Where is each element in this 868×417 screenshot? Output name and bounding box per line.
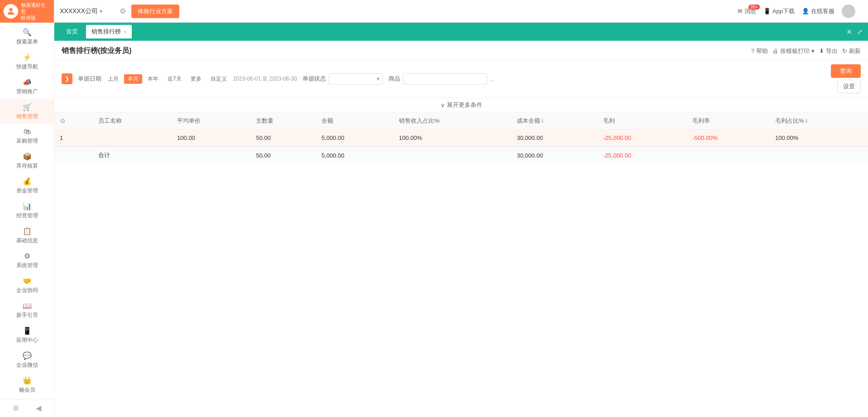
operations-icon: 📊 [23,202,32,211]
th-amount: 全额 [316,112,393,130]
date-options: 上月 本月 本年 近7天 更多 自定义 [104,74,230,84]
help-btn[interactable]: ? 帮助 [751,47,768,55]
date-opt-custom[interactable]: 自定义 [207,74,230,84]
tab-maximize-icon[interactable]: ⤢ [857,28,863,36]
export-btn[interactable]: ⬇ 导出 [819,47,838,55]
date-opt-7days[interactable]: 近7天 [164,74,185,84]
message-icon: ✉ [738,8,743,14]
sidebar-item-label: 企业协同 [16,287,38,294]
help-label: 帮助 [756,47,768,55]
sidebar-item-appstore[interactable]: 📱 应用中心 [0,323,54,348]
th-sales-ratio: 销售收入占比% [393,112,511,130]
message-btn[interactable]: ✉ 消息 99+ [738,7,756,15]
status-select[interactable] [329,73,383,85]
weixin-icon: 💬 [23,351,32,360]
gross-ratio-info-icon[interactable]: ℹ [806,118,807,124]
sidebar-item-label: 采购管理 [16,137,38,145]
topbar-settings-icon[interactable]: ⚙ [120,7,126,15]
th-gross-rate: 毛利率 [687,112,770,130]
sidebar-footer: ⚙ ◀ [0,399,54,417]
filter-bar: ❯ 单据日期 上月 本月 本年 近7天 更多 自定义 2023-06-01 至 … [54,60,868,98]
filter-collapse-btn[interactable]: ❯ [62,73,72,84]
date-opt-this-month[interactable]: 本月 [124,74,142,84]
online-service-btn[interactable]: 👤 在线客服 [802,7,834,15]
date-opt-last-month[interactable]: 上月 [104,74,122,84]
sidebar-item-label: 新手引导 [16,312,38,319]
date-opt-more[interactable]: 更多 [187,74,205,84]
sales-icon: 🛒 [23,103,32,111]
sidebar-item-guide[interactable]: 📖 新手引导 [0,298,54,323]
sidebar-item-finance[interactable]: 💰 资金管理 [0,173,54,198]
sidebar-settings-btn[interactable]: ⚙ [13,404,19,412]
app-download-icon: 📱 [763,8,771,14]
sidebar-item-sales[interactable]: 🛒 销售管理 [0,99,54,124]
table-row: 1 100.00 50.00 5,000.00 100.00% 30,000.0… [54,130,868,147]
service-label: 在线客服 [811,7,834,15]
query-btn[interactable]: 查询 [831,64,861,78]
trial-btn[interactable]: 体验行业方案 [131,5,179,18]
sidebar-item-search[interactable]: 🔍 搜索菜单 [0,24,54,49]
page-container: 销售排行榜(按业务员) ? 帮助 🖨 按模板打印 ▾ ⬇ 导出 [54,41,868,417]
export-icon: ⬇ [819,48,824,54]
topbar-right: ✉ 消息 99+ 📱 App下载 👤 在线客服 [738,5,863,18]
sidebar-item-operations[interactable]: 📊 经营管理 [0,198,54,223]
tab-close-icon[interactable]: × [124,29,126,34]
col-settings-icon[interactable]: ⚙ [60,117,66,125]
sidebar-item-collab[interactable]: 🤝 企业协同 [0,273,54,298]
expand-conditions-btn[interactable]: ∨ 展开更多条件 [441,101,482,109]
sidebar-item-marketing[interactable]: 📣 营销推广 [0,74,54,99]
sidebar-item-quicknav[interactable]: ⚡ 快捷导航 [0,49,54,74]
sidebar-item-label: 库存核算 [16,162,38,170]
print-dropdown-icon: ▾ [811,48,815,54]
sidebar-item-label: 快捷导航 [16,63,38,71]
app-download-btn[interactable]: 📱 App下载 [763,7,795,15]
td-gross: -25,000.00 [598,130,687,147]
goods-input[interactable] [403,73,487,85]
tfoot-empty5 [770,146,868,164]
message-badge: 99+ [748,5,760,10]
sidebar-item-basics[interactable]: 📋 基础信息 [0,223,54,248]
inventory-icon: 📦 [23,152,32,161]
company-selector[interactable]: XXXXXX公司 ▾ [60,7,114,15]
sidebar-item-label: 应用中心 [16,336,38,344]
company-name: XXXXXX公司 [60,7,98,15]
svg-point-0 [9,8,12,11]
company-dropdown-arrow: ▾ [100,8,102,14]
filter-status-group: 单据状态 [302,73,383,85]
tfoot-gross: -25,000.00 [598,146,687,164]
cost-info-icon[interactable]: ℹ [542,118,543,124]
date-opt-this-year[interactable]: 本年 [144,74,162,84]
user-avatar[interactable] [842,5,855,18]
sidebar-item-inventory[interactable]: 📦 库存核算 [0,149,54,173]
expand-label: 展开更多条件 [447,101,482,109]
tfoot-empty [54,146,93,164]
tab-home[interactable]: 首页 [60,24,84,39]
sidebar-item-label: 营销推广 [16,88,38,96]
sidebar-item-purchase[interactable]: 🛍 采购管理 [0,124,54,149]
th-cost: 成本全额ℹ [511,112,597,130]
sidebar-item-label: 畅会员 [19,386,35,394]
col-settings[interactable]: ⚙ [54,112,93,130]
appstore-icon: 📱 [23,326,32,335]
print-icon: 🖨 [772,48,778,54]
tabbar-right: ✕ ⤢ [846,28,863,36]
more-filters-btn[interactable]: ... [490,76,495,82]
sidebar-item-system[interactable]: ⚙ 系统管理 [0,248,54,273]
refresh-label: 刷新 [849,47,861,55]
tab-sales-ranking[interactable]: 销售排行榜 × [86,25,132,38]
table-settings-btn[interactable]: 设置 [837,80,861,93]
tfoot-label: 合计 [93,146,172,164]
tab-close-window-icon[interactable]: ✕ [846,28,852,36]
help-icon: ? [751,48,754,54]
sidebar-collapse-btn[interactable]: ◀ [36,404,41,412]
sidebar-item-member[interactable]: 👑 畅会员 [0,373,54,398]
print-btn[interactable]: 🖨 按模板打印 ▾ [772,47,815,55]
refresh-btn[interactable]: ↻ 刷新 [842,47,861,55]
tfoot-empty3 [393,146,511,164]
page-title: 销售排行榜(按业务员) [62,46,132,56]
sidebar-item-weixin[interactable]: 💬 企业微信 [0,348,54,373]
th-name: 员工名称 [93,112,172,130]
sidebar-nav: 🔍 搜索菜单 ⚡ 快捷导航 📣 营销推广 🛒 销售管理 🛍 采购管理 📦 库存核… [0,23,54,399]
app-logo: 畅康通好生意 标准版 [0,0,54,23]
logo-text: 畅康通好生意 标准版 [21,2,50,21]
